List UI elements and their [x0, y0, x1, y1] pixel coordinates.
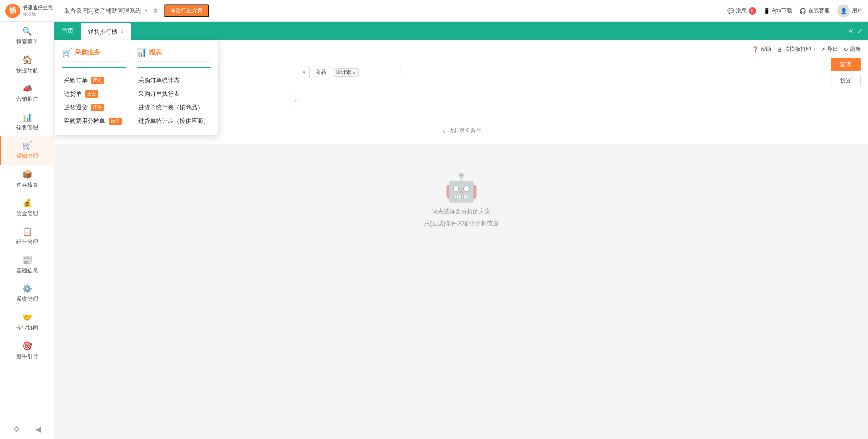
export-icon: ↗ — [821, 46, 825, 53]
logo-icon: 畅 — [5, 4, 20, 18]
system-icon: ⚙️ — [22, 284, 32, 294]
refresh-button[interactable]: ↻ 刷新 — [844, 45, 861, 53]
dropdown-report-header: 📊 报表 — [137, 48, 211, 62]
dropdown-item-expense[interactable]: 采购费用分摊单 历史 — [62, 114, 126, 128]
user-button[interactable]: 👤 用户 — [837, 5, 863, 17]
sidebar-bottom: ⚙ ◀ — [0, 419, 54, 439]
topbar: 畅 畅捷通好生意 标准版 装备及固定资产辅助管理系统 ▾ ⚙ 体验行业方案 💬 … — [0, 0, 868, 22]
tab-home[interactable]: 首页 — [54, 22, 81, 40]
home-icon: 🏠 — [22, 55, 32, 65]
goods-input[interactable]: 设计素 × — [329, 66, 401, 79]
collapse-icon[interactable]: ◀ — [35, 425, 41, 434]
chevron-down-icon[interactable]: ▾ — [145, 8, 147, 14]
basic-icon: 📰 — [22, 255, 32, 265]
dropdown-item-report-2[interactable]: 进货单统计表（按商品） — [137, 101, 211, 114]
dropdown-purchase-col: 🛒 采购业务 采购订单 历史 进货单 历史 进货退货 历史 采购费用分摊单 历史 — [62, 48, 126, 128]
print-dropdown-icon[interactable]: ▾ — [813, 47, 815, 52]
app-download-button[interactable]: 📱 App下载 — [763, 7, 792, 15]
dropdown-purchase-header: 🛒 采购业务 — [62, 48, 126, 62]
sidebar-item-newbie[interactable]: 🎯 新手引导 — [0, 336, 54, 365]
dropdown-item-report-0[interactable]: 采购订单统计表 — [137, 74, 211, 87]
sidebar-item-system[interactable]: ⚙️ 系统管理 — [0, 279, 54, 308]
sidebar: 🔍 搜索菜单 🏠 快捷导航 📣 营销推广 📊 销售管理 🛒 采购管理 📦 库存核… — [0, 22, 54, 439]
setting-button[interactable]: 设置 — [831, 74, 861, 87]
tab-close-icon[interactable]: × — [120, 29, 123, 35]
finance-icon: 💰 — [22, 198, 32, 208]
corp-icon: 🤝 — [22, 312, 32, 322]
topbar-right: 💬 消息 6 📱 App下载 🎧 在线客服 👤 用户 — [727, 5, 863, 17]
history-badge-2: 历史 — [91, 104, 104, 111]
print-button[interactable]: 🖨 按模板打印 ▾ — [777, 45, 815, 53]
newbie-icon: 🎯 — [22, 341, 32, 351]
sidebar-item-corp[interactable]: 🤝 企业协同 — [0, 308, 54, 336]
help-icon: ❓ — [752, 46, 759, 53]
sidebar-item-search[interactable]: 🔍 搜索菜单 — [0, 22, 54, 50]
message-badge: 6 — [749, 7, 756, 15]
empty-hint-2: 用[过滤]条件来缩小分析范围 — [424, 219, 498, 227]
sidebar-item-quick[interactable]: 🏠 快捷导航 — [0, 50, 54, 79]
window-close-icon[interactable]: ✕ — [848, 27, 853, 35]
tab-ranking[interactable]: 销售排行榜 × — [81, 23, 131, 41]
tabbar-right: ✕ ⤢ — [848, 27, 868, 35]
print-icon: 🖨 — [777, 46, 782, 53]
status-dropdown-icon: ▾ — [303, 69, 306, 75]
logo-text: 畅捷通好生意 — [23, 4, 53, 10]
logo-sub: 标准版 — [23, 11, 53, 17]
sales-icon: 📊 — [22, 112, 32, 122]
message-icon: 💬 — [727, 8, 734, 14]
report-divider — [137, 67, 211, 68]
sidebar-item-purchase[interactable]: 🛒 采购管理 — [0, 136, 54, 165]
sidebar-item-inventory[interactable]: 📦 库存核算 — [0, 165, 54, 193]
empty-state: 🤖 请先选择要分析的方案 用[过滤]条件来缩小分析范围 — [54, 144, 868, 255]
dropdown-item-purchase-order[interactable]: 采购订单 历史 — [62, 74, 126, 87]
report-header-icon: 📊 — [137, 48, 146, 58]
phone-icon: 📱 — [763, 8, 770, 14]
settings-icon[interactable]: ⚙ — [151, 6, 160, 15]
headset-icon: 🎧 — [800, 8, 806, 14]
industry-button[interactable]: 体验行业方案 — [164, 4, 209, 17]
sidebar-item-operation[interactable]: 📋 经营管理 — [0, 222, 54, 251]
collapse-up-icon: ∧ — [442, 128, 446, 134]
goods-group: 商品 设计素 × ... — [315, 66, 409, 79]
dropdown-item-incoming[interactable]: 进货单 历史 — [62, 87, 126, 101]
goods-tag: 设计素 × — [333, 68, 358, 77]
history-badge-3: 历史 — [109, 118, 122, 125]
dropdown-menu: 🛒 采购业务 采购订单 历史 进货单 历史 进货退货 历史 采购费用分摊单 历史 — [54, 40, 219, 136]
history-badge-1: 历史 — [85, 90, 98, 98]
sidebar-item-basic[interactable]: 📰 基础信息 — [0, 251, 54, 279]
dropdown-item-report-1[interactable]: 采购订单执行表 — [137, 87, 211, 101]
purchase-icon: 🛒 — [22, 141, 32, 151]
history-badge-0: 历史 — [91, 77, 104, 84]
goods-label: 商品 — [315, 69, 326, 76]
empty-icon: 🤖 — [444, 172, 478, 204]
help-button[interactable]: ❓ 帮助 — [752, 45, 771, 53]
goods-dots[interactable]: ... — [404, 69, 409, 76]
status-input[interactable]: ▾ — [219, 66, 310, 79]
sidebar-item-sales[interactable]: 📊 销售管理 — [0, 108, 54, 136]
staff-dots[interactable]: ... — [295, 95, 300, 102]
message-button[interactable]: 💬 消息 6 — [727, 7, 756, 15]
dropdown-report-col: 📊 报表 采购订单统计表 采购订单执行表 进货单统计表（按商品） 进货单统计表（… — [137, 48, 211, 128]
settings-bottom-icon[interactable]: ⚙ — [13, 425, 20, 434]
sidebar-item-marketing[interactable]: 📣 营销推广 — [0, 79, 54, 108]
refresh-icon: ↻ — [844, 46, 848, 53]
empty-hint-1: 请先选择要分析的方案 — [432, 207, 491, 216]
dropdown-item-report-3[interactable]: 进货单统计表（按供应商） — [137, 114, 211, 128]
tabbar: 首页 销售排行榜 × ✕ ⤢ — [54, 22, 868, 40]
logo-area: 畅 畅捷通好生意 标准版 — [5, 4, 60, 18]
window-expand-icon[interactable]: ⤢ — [857, 27, 863, 35]
export-button[interactable]: ↗ 导出 — [821, 45, 838, 53]
marketing-icon: 📣 — [22, 84, 32, 94]
goods-tag-close[interactable]: × — [352, 70, 355, 75]
query-button[interactable]: 查询 — [831, 58, 861, 71]
dropdown-item-return[interactable]: 进货退货 历史 — [62, 101, 126, 114]
system-name: 装备及固定资产辅助管理系统 — [64, 7, 141, 15]
search-icon: 🔍 — [22, 26, 32, 36]
inventory-icon: 📦 — [22, 169, 32, 179]
purchase-divider — [62, 67, 126, 68]
operation-icon: 📋 — [22, 227, 32, 237]
purchase-header-icon: 🛒 — [62, 48, 72, 58]
sidebar-item-finance[interactable]: 💰 资金管理 — [0, 193, 54, 222]
service-button[interactable]: 🎧 在线客服 — [800, 7, 830, 15]
btn-area: 查询 设置 — [831, 58, 861, 87]
